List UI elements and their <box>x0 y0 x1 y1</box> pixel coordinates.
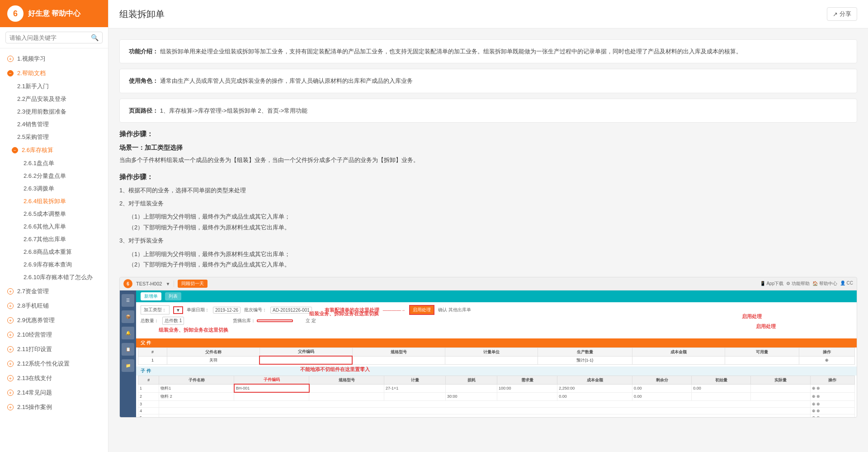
sidebar-item-transfer[interactable]: 2.6.3调拨单 <box>0 182 108 195</box>
screenshot-th-ops: 操作 <box>799 348 855 357</box>
minus-icon: − <box>7 70 14 76</box>
screenshot-sub-th-spec: 规格型号 <box>309 376 384 385</box>
sidebar-item-ledger-fix[interactable]: 2.6.10库存账本错了怎么办 <box>0 271 108 284</box>
search-input[interactable] <box>9 34 91 41</box>
sidebar-item-install[interactable]: 2.2产品安装及登录 <box>0 93 108 105</box>
share-icon: ↗ <box>833 11 838 18</box>
plus-icon-4: + <box>7 303 14 309</box>
nav-section-settings: + 2.12系统个性化设置 <box>0 357 108 371</box>
info-block-role: 使用角色： 通常由生产人员或库管人员完成拆装业务的操作，库管人员确认原材料的出库… <box>119 69 857 93</box>
screenshot-inner-topbar: 新增单 列表 <box>136 290 857 302</box>
role-label: 使用角色： <box>129 77 158 84</box>
screenshot-assembly-label: 组装业务、拆卸业务在这里切换 <box>159 327 228 333</box>
annotation-zero-fill: 不能地添不切组件在这里置零入 <box>300 365 370 373</box>
screenshot-topbar: 6 TEST-H002 ▼ 同顾切一天 📱 App下载 ⚙ 功能帮助 🏠 帮助中… <box>120 277 857 290</box>
sidebar-item-faq[interactable]: + 2.14常见问题 <box>0 386 108 400</box>
annotation-zero-text: 不能地添不切组件在这里置零入 <box>300 366 370 372</box>
screenshot-topbar-icons: 📱 App下载 ⚙ 功能帮助 🏠 帮助中心 👤 CC <box>760 281 853 287</box>
main-content: 组装拆卸单 ↗ 分享 功能介绍： 组装拆卸单用来处理企业组装或拆卸等加工业务，支… <box>108 0 868 452</box>
annotation-process: 启用处理 <box>756 322 776 330</box>
screenshot-app-logo: 6 <box>123 279 132 288</box>
sidebar-item-mobile[interactable]: + 2.8手机旺铺 <box>0 299 108 313</box>
sidebar-item-assembly[interactable]: 2.6.4组装拆卸单 <box>0 195 108 208</box>
sidebar-item-stocktake[interactable]: 2.6.1盘点单 <box>0 157 108 170</box>
plus-icon-6: + <box>7 332 14 338</box>
scene-title: 场景一：加工类型选择 <box>119 144 857 152</box>
info-block-path: 页面路径： 1、库存核算->库存管理->组装拆卸单 2、首页->常用功能 <box>119 99 857 123</box>
screenshot-td-action: ⊕ <box>799 356 855 364</box>
sidebar-item-funds[interactable]: + 2.7资金管理 <box>0 285 108 298</box>
sidebar-item-ops[interactable]: + 2.10经营管理 <box>0 328 108 342</box>
nav-section-funds: + 2.7资金管理 <box>0 285 108 298</box>
sidebar-item-data-prep[interactable]: 2.3使用前数据准备 <box>0 105 108 118</box>
annotation-assembly-switch: 组装业务、拆卸业务在这里切换 <box>309 309 379 317</box>
screenshot-sub-th-cost: 成本金额 <box>557 376 632 385</box>
screenshot-container: 6 TEST-H002 ▼ 同顾切一天 📱 App下载 ⚙ 功能帮助 🏠 帮助中… <box>119 277 857 418</box>
screenshot-th-avail: 可用量 <box>725 348 799 357</box>
screenshot-th-spec: 规格型号 <box>352 348 445 357</box>
sidebar-item-print[interactable]: + 2.11打印设置 <box>0 343 108 356</box>
screenshot-th-qty: 生产数量 <box>538 348 632 357</box>
sidebar-item-payment[interactable]: + 2.13在线支付 <box>0 371 108 385</box>
screenshot-child-table: # 子件名称 子件编码 规格型号 计量 损耗 需求量 成本金额 剩余分 <box>136 376 857 417</box>
screenshot-td-prodqty: 预计(1-1) <box>538 356 632 364</box>
plus-icon: + <box>7 56 14 62</box>
table-row: 3⊕ ⊗ <box>138 400 855 407</box>
sidebar-item-purchase[interactable]: 2.5采购管理 <box>0 131 108 143</box>
sidebar-item-cost-adjust[interactable]: 2.6.5成本调整单 <box>0 208 108 220</box>
nav-section-ops: + 2.10经营管理 <box>0 328 108 342</box>
nav-section-2: − 2.帮助文档 2.1新手入门 2.2产品安装及登录 2.3使用前数据准备 2… <box>0 67 108 284</box>
screenshot-icon-app: 📱 App下载 <box>760 281 783 287</box>
share-button[interactable]: ↗ 分享 <box>827 7 857 21</box>
sidebar: 6 好生意 帮助中心 🔍 + 1.视频学习 − 2.帮助文档 2.1新手入门 2… <box>0 0 108 452</box>
screenshot-td-seq: 1 <box>138 356 167 364</box>
sidebar-item-sales[interactable]: 2.4销售管理 <box>0 118 108 131</box>
screenshot-warehouse-input <box>257 319 293 322</box>
step-2-2: （2）下部明细为子件明细，最终作为原材料生成其它出库单。 <box>128 222 857 233</box>
screenshot-parent-bar: 父 件 <box>136 338 857 347</box>
scene-desc: 当由多个子件材料组装成一个成品的业务为【组装】业务，当由一个父件拆分成多个子产品… <box>119 155 857 165</box>
nav-section-print: + 2.11打印设置 <box>0 343 108 356</box>
sidebar-item-coupon[interactable]: + 2.9优惠券管理 <box>0 314 108 327</box>
sidebar-item-ledger-query[interactable]: 2.6.9库存账本查询 <box>0 258 108 271</box>
screenshot-annotation-row: 组装业务、拆卸业务在这里切换 启用处理 <box>141 327 852 336</box>
screenshot-sub-th-loss: 损耗 <box>446 376 497 385</box>
step-3-1: （1）上部明细为父件明细，最终作为原材料生成其它出库单； <box>128 249 857 259</box>
screenshot-dropdown-company: ▼ <box>165 281 170 286</box>
screenshot-sub-th-unit: 计量 <box>384 376 445 385</box>
screenshot-main-area: ☰ 📦 🔔 📋 📁 新增单 列表 <box>120 290 857 417</box>
app-name: 好生意 帮助中心 <box>28 9 80 19</box>
sidebar-item-video-learning[interactable]: + 1.视频学习 <box>0 52 108 66</box>
screenshot-sub-th-actual: 实际量 <box>751 376 810 385</box>
sidebar-nav: + 1.视频学习 − 2.帮助文档 2.1新手入门 2.2产品安装及登录 2.3… <box>0 48 108 452</box>
sidebar-item-cases[interactable]: + 2.15操作案例 <box>0 400 108 414</box>
sidebar-item-other-out[interactable]: 2.6.7其他出库单 <box>0 233 108 246</box>
table-row: 5⊕ ⊗ <box>138 414 855 417</box>
sidebar-item-other-in[interactable]: 2.6.6其他入库单 <box>0 220 108 233</box>
screenshot-type-dropdown: ▼ <box>173 306 183 314</box>
screenshot-new-btn: 同顾切一天 <box>178 280 208 288</box>
screenshot-approve-box: 启用处理 <box>409 305 434 315</box>
sidebar-item-partial-stocktake[interactable]: 2.6.2分量盘点单 <box>0 170 108 182</box>
step-3-2: （2）下部明细为子件明细，最终作为产成品生成其它入库单。 <box>128 259 857 270</box>
page-title: 组装拆卸单 <box>119 8 165 20</box>
sidebar-header: 6 好生意 帮助中心 <box>0 0 108 27</box>
function-label: 功能介绍： <box>129 48 158 55</box>
search-icon[interactable]: 🔍 <box>91 34 99 41</box>
screenshot-tab-new: 新增单 <box>141 292 161 300</box>
sidebar-item-beginner[interactable]: 2.1新手入门 <box>0 80 108 93</box>
sidebar-item-inventory[interactable]: − 2.6库存核算 <box>0 143 108 157</box>
search-container: 🔍 <box>0 27 108 48</box>
operations-title: 操作步骤： <box>119 130 857 138</box>
minus-icon-2: − <box>12 147 18 153</box>
screenshot-td-availqty <box>725 356 799 364</box>
steps-title: 操作步骤： <box>119 173 857 181</box>
sidebar-item-settings[interactable]: + 2.12系统个性化设置 <box>0 357 108 371</box>
info-block-function: 功能介绍： 组装拆卸单用来处理企业组装或拆卸等加工业务，支持有固定装配清单的产品… <box>119 39 857 63</box>
role-text: 通常由生产人员或库管人员完成拆装业务的操作，库管人员确认原材料的出库和产成品的入… <box>160 77 413 84</box>
sidebar-item-cost-recalc[interactable]: 2.6.8商品成本重算 <box>0 246 108 258</box>
function-text: 组装拆卸单用来处理企业组装或拆卸等加工业务，支持有固定装配清单的产品加工业务，也… <box>160 48 742 55</box>
screenshot-qty-label: 总数量： <box>141 318 159 324</box>
screenshot-sub-th-init: 初始量 <box>692 376 751 385</box>
sidebar-item-help-docs[interactable]: − 2.帮助文档 <box>0 67 108 80</box>
